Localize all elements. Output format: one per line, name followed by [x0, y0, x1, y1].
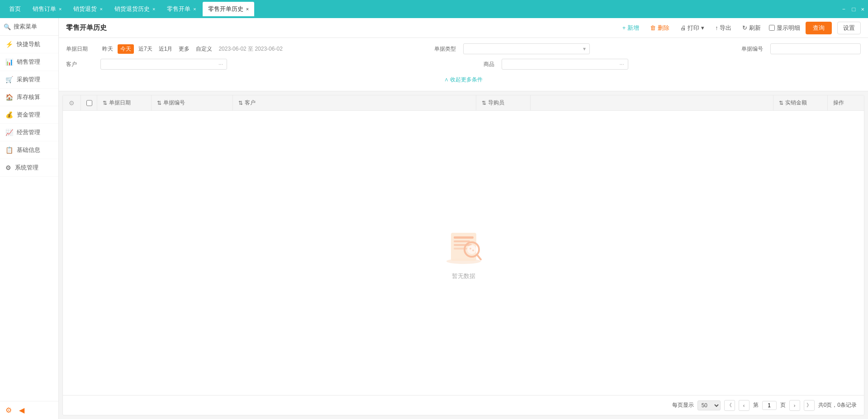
th-checkbox[interactable]: [81, 95, 97, 110]
th-action: 操作: [828, 95, 864, 110]
table-area: ⚙ ⇅ 单据日期 ⇅ 单据编号 ⇅ 客户 ⇅: [62, 95, 864, 415]
tab-retail-open[interactable]: 零售开单 ×: [161, 2, 201, 16]
tab-close-sales-order[interactable]: ×: [59, 6, 62, 12]
sort-icon-customer: ⇅: [238, 100, 243, 106]
maximize-button[interactable]: □: [852, 6, 856, 13]
query-button[interactable]: 查询: [806, 22, 832, 34]
per-page-label: 每页显示: [672, 401, 694, 409]
goods-select[interactable]: ···: [502, 59, 628, 70]
sort-icon-num: ⇅: [157, 100, 161, 106]
close-button[interactable]: ×: [861, 6, 864, 13]
tab-close-sales-return[interactable]: ×: [100, 6, 102, 12]
svg-point-7: [467, 245, 476, 254]
th-settings[interactable]: ⚙: [63, 95, 81, 110]
operations-icon: 📈: [5, 129, 13, 136]
tab-close-retail-open-history[interactable]: ×: [246, 6, 249, 12]
quick-nav-icon: ⚡: [5, 41, 13, 48]
sales-mgmt-icon: 📊: [5, 58, 13, 66]
display-toggle[interactable]: 显示明细: [769, 24, 800, 32]
filter-row-1: 单据日期 昨天 今天 近7天 近1月 更多 自定义 2023-06-02 至 2…: [66, 43, 861, 54]
sidebar-item-finance[interactable]: 💰 资金管理: [0, 106, 58, 124]
search-icon: 🔍: [4, 24, 11, 30]
sidebar-item-sales-mgmt[interactable]: 📊 销售管理: [0, 53, 58, 71]
tab-sales-order[interactable]: 销售订单 ×: [27, 2, 67, 16]
table-settings-icon[interactable]: ⚙: [69, 99, 75, 107]
tab-retail-open-history[interactable]: 零售开单历史 ×: [203, 2, 254, 16]
export-button[interactable]: ↑ 导出: [712, 22, 734, 34]
sidebar-collapse-icon[interactable]: ◀: [19, 406, 24, 414]
svg-point-9: [470, 248, 471, 250]
setting-button[interactable]: 设置: [837, 22, 861, 34]
date-btn-more[interactable]: 更多: [177, 44, 191, 54]
date-btn-today[interactable]: 今天: [118, 44, 134, 54]
date-btn-last-month[interactable]: 近1月: [157, 44, 175, 54]
doc-type-select[interactable]: ▾: [463, 43, 590, 54]
table-header: ⚙ ⇅ 单据日期 ⇅ 单据编号 ⇅ 客户 ⇅: [63, 95, 864, 111]
pagination: 每页显示 50 10 20 100 《 ‹ 第 页 ›: [63, 395, 864, 415]
date-label: 单据日期: [66, 45, 93, 53]
sidebar-item-quick-nav[interactable]: ⚡ 快捷导航: [0, 36, 58, 53]
svg-rect-4: [454, 244, 472, 246]
filter-area: 单据日期 昨天 今天 近7天 近1月 更多 自定义 2023-06-02 至 2…: [59, 38, 868, 91]
tab-home[interactable]: 首页: [4, 2, 26, 16]
sys-mgmt-icon: ⚙: [5, 164, 11, 171]
customer-dots: ···: [218, 61, 223, 67]
th-amount[interactable]: ⇅ 实销金额: [773, 95, 828, 110]
sidebar-item-operations[interactable]: 📈 经营管理: [0, 124, 58, 141]
empty-illustration: [441, 226, 486, 267]
svg-point-10: [472, 250, 474, 251]
tab-close-sales-return-history[interactable]: ×: [152, 6, 155, 12]
display-toggle-checkbox[interactable]: [769, 25, 775, 31]
th-guide[interactable]: ⇅ 导购员: [476, 95, 531, 110]
th-date[interactable]: ⇅ 单据日期: [97, 95, 152, 110]
sidebar-item-basic-info[interactable]: 📋 基础信息: [0, 141, 58, 159]
th-customer[interactable]: ⇅ 客户: [233, 95, 476, 110]
date-btn-yesterday[interactable]: 昨天: [100, 44, 115, 54]
first-page-button[interactable]: 《: [724, 400, 735, 411]
page-number-input[interactable]: [762, 401, 777, 410]
select-all-checkbox[interactable]: [86, 100, 92, 106]
sort-icon-date: ⇅: [103, 100, 107, 106]
per-page-select[interactable]: 50 10 20 100: [697, 400, 721, 410]
purchase-mgmt-icon: 🛒: [5, 76, 13, 83]
sidebar-search[interactable]: 🔍 搜索菜单: [0, 18, 58, 36]
doc-type-label: 单据类型: [429, 45, 456, 53]
refresh-button[interactable]: ↻ 刷新: [740, 22, 764, 34]
doc-type-arrow: ▾: [583, 46, 586, 52]
prev-page-button[interactable]: ‹: [739, 400, 749, 411]
svg-rect-2: [454, 236, 474, 239]
empty-state: 暂无数据: [63, 111, 864, 395]
minimize-button[interactable]: －: [841, 5, 847, 13]
doc-num-input[interactable]: [770, 43, 861, 54]
tab-sales-return[interactable]: 销货退货 ×: [68, 2, 108, 16]
th-wide: [531, 95, 774, 110]
sort-icon-amount: ⇅: [779, 100, 783, 106]
tab-close-retail-open[interactable]: ×: [193, 6, 196, 12]
doc-num-label: 单据编号: [736, 45, 763, 53]
date-btn-custom[interactable]: 自定义: [194, 44, 214, 54]
customer-select[interactable]: ···: [100, 59, 227, 70]
sidebar-item-inventory[interactable]: 🏠 库存核算: [0, 89, 58, 106]
print-button[interactable]: 🖨 打印 ▾: [678, 22, 707, 34]
th-num[interactable]: ⇅ 单据编号: [152, 95, 233, 110]
content-area: 零售开单历史 + 新增 🗑 删除 🖨 打印 ▾ ↑ 导出 ↻ 刷新 显示明细 查…: [59, 18, 868, 419]
date-range-display: 2023-06-02 至 2023-06-02: [218, 45, 282, 53]
page-label: 第: [753, 401, 759, 409]
window-controls: － □ ×: [841, 5, 864, 13]
sidebar: 🔍 搜索菜单 ⚡ 快捷导航 📊 销售管理 🛒 采购管理 🏠 库存核算 💰 资金管…: [0, 18, 59, 419]
tab-sales-return-history[interactable]: 销货退货历史 ×: [109, 2, 161, 16]
toolbar: + 新增 🗑 删除 🖨 打印 ▾ ↑ 导出 ↻ 刷新 显示明细 查询 设置: [620, 22, 861, 34]
sidebar-item-sys-mgmt[interactable]: ⚙ 系统管理: [0, 159, 58, 177]
page-suffix: 页: [780, 401, 786, 409]
next-page-button[interactable]: ›: [789, 400, 800, 411]
date-btn-last7[interactable]: 近7天: [137, 44, 154, 54]
sidebar-settings-icon[interactable]: ⚙: [5, 406, 12, 414]
delete-button[interactable]: 🗑 删除: [647, 22, 672, 34]
svg-line-8: [477, 254, 481, 259]
add-button[interactable]: + 新增: [620, 22, 642, 34]
empty-text: 暂无数据: [452, 272, 475, 280]
collapse-conditions-btn[interactable]: ∧ 收起更多条件: [442, 74, 484, 85]
last-page-button[interactable]: 》: [804, 400, 815, 411]
sidebar-item-purchase-mgmt[interactable]: 🛒 采购管理: [0, 71, 58, 89]
collapse-row: ∧ 收起更多条件: [66, 74, 861, 85]
